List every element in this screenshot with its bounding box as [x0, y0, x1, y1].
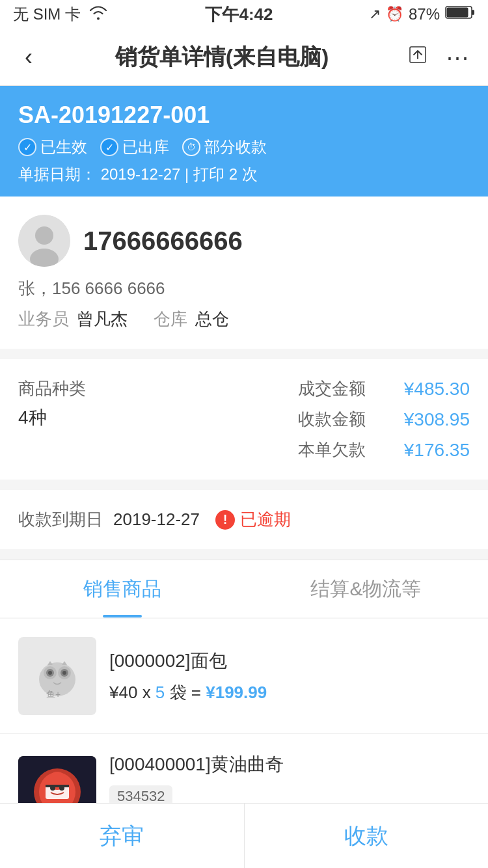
salesperson-item: 业务员 曾凡杰: [18, 308, 128, 331]
header-banner: SA-20191227-001 ✓ 已生效 ✓ 已出库 ⏱ 部分收款 单据日期：…: [0, 86, 488, 197]
svg-rect-20: [46, 785, 69, 787]
stats-left: 商品种类 4种: [18, 377, 86, 430]
bottom-bar: 弃审 收款: [0, 803, 488, 868]
warehouse-label: 仓库: [154, 308, 187, 331]
carrier-label: 无 SIM 卡: [13, 4, 81, 25]
amount-value: ¥485.30: [379, 379, 470, 400]
avatar: [18, 215, 70, 267]
salesperson-label: 业务员: [18, 308, 69, 331]
battery-icon: [445, 5, 475, 24]
stats-right: 成交金额 ¥485.30 收款金额 ¥308.95 本单欠款 ¥176.35: [298, 377, 470, 461]
debt-value: ¥176.35: [379, 440, 470, 461]
due-label: 收款到期日: [18, 508, 103, 531]
received-value: ¥308.95: [379, 409, 470, 430]
type-count: 4种: [18, 405, 86, 430]
due-date-value: 2019-12-27: [113, 509, 200, 530]
alarm-icon: ⏰: [386, 6, 403, 23]
product-name-bread: [0000002]面包: [109, 649, 470, 673]
battery-label: 87%: [409, 5, 440, 23]
svg-point-4: [35, 226, 53, 245]
share-button[interactable]: [405, 42, 431, 73]
svg-point-13: [62, 671, 66, 675]
warehouse-item: 仓库 总仓: [154, 308, 229, 331]
date-label: 单据日期：: [18, 165, 96, 183]
svg-text:鱼+: 鱼+: [46, 689, 61, 699]
svg-point-12: [48, 671, 52, 675]
status-bar: 无 SIM 卡 下午4:42 ↗ ⏰ 87%: [0, 0, 488, 29]
product-thumb-bread: 鱼+: [18, 637, 96, 715]
status-row: ✓ 已生效 ✓ 已出库 ⏱ 部分收款: [18, 137, 470, 157]
status-time: 下午4:42: [205, 3, 273, 26]
check-icon-1: ✓: [18, 138, 36, 156]
customer-card: 17666666666 张，156 6666 6666 业务员 曾凡杰 仓库 总…: [0, 197, 488, 349]
overdue-badge: ! 已逾期: [215, 508, 291, 531]
debt-row: 本单欠款 ¥176.35: [298, 439, 470, 461]
svg-rect-2: [446, 8, 468, 18]
wifi-icon: [87, 5, 109, 24]
product-total-bread: ¥199.99: [206, 683, 267, 702]
status-left: 无 SIM 卡: [13, 4, 109, 25]
product-price-bread: ¥40 x 5 袋 = ¥199.99: [109, 681, 470, 704]
print-info: | 打印 2 次: [185, 165, 258, 183]
product-qty-bread: 5: [156, 683, 165, 702]
nav-bar: ‹ 销货单详情(来自电脑) ···: [0, 29, 488, 86]
product-item: 鱼+ [0000002]面包 ¥40 x 5 袋 = ¥199.99: [0, 619, 488, 734]
banner-date: 单据日期： 2019-12-27 | 打印 2 次: [18, 164, 470, 185]
customer-meta: 业务员 曾凡杰 仓库 总仓: [18, 308, 470, 331]
customer-top: 17666666666: [18, 215, 470, 267]
product-name-cookie: [000400001]黄油曲奇: [109, 752, 470, 777]
product-info-bread: [0000002]面包 ¥40 x 5 袋 = ¥199.99: [109, 649, 470, 704]
tab-settlement[interactable]: 结算&物流等: [244, 560, 488, 617]
tab-products[interactable]: 销售商品: [0, 560, 244, 617]
salesperson-value: 曾凡杰: [77, 308, 128, 331]
overdue-text: 已逾期: [240, 508, 291, 531]
clock-icon: ⏱: [182, 138, 200, 156]
status-partial-payment: ⏱ 部分收款: [182, 137, 267, 157]
check-icon-2: ✓: [100, 138, 118, 156]
order-date: 2019-12-27: [101, 165, 181, 183]
overdue-icon: !: [215, 510, 235, 530]
received-row: 收款金额 ¥308.95: [298, 408, 470, 431]
debt-label: 本单欠款: [298, 439, 366, 461]
confirm-button[interactable]: 收款: [245, 804, 489, 868]
svg-point-22: [59, 785, 64, 791]
type-label: 商品种类: [18, 377, 86, 400]
nav-actions: ···: [405, 42, 470, 73]
warehouse-value: 总仓: [195, 308, 229, 331]
svg-point-21: [50, 785, 55, 791]
status-effective: ✓ 已生效: [18, 137, 87, 157]
page-title: 销货单详情(来自电脑): [115, 42, 329, 72]
order-id: SA-20191227-001: [18, 102, 470, 129]
status-right: ↗ ⏰ 87%: [369, 5, 475, 24]
due-card: 收款到期日 2019-12-27 ! 已逾期: [0, 490, 488, 549]
location-icon: ↗: [369, 6, 381, 23]
stats-card: 商品种类 4种 成交金额 ¥485.30 收款金额 ¥308.95 本单欠款 ¥…: [0, 359, 488, 480]
svg-rect-1: [472, 10, 474, 15]
more-button[interactable]: ···: [446, 44, 470, 71]
tabs: 销售商品 结算&物流等: [0, 560, 488, 617]
amount-label: 成交金额: [298, 377, 366, 400]
received-label: 收款金额: [298, 408, 366, 431]
customer-phone: 17666666666: [83, 226, 243, 256]
back-button[interactable]: ‹: [18, 37, 39, 77]
customer-name-phone: 张，156 6666 6666: [18, 277, 470, 300]
amount-row: 成交金额 ¥485.30: [298, 377, 470, 400]
cancel-button[interactable]: 弃审: [0, 804, 245, 868]
status-shipped: ✓ 已出库: [100, 137, 169, 157]
